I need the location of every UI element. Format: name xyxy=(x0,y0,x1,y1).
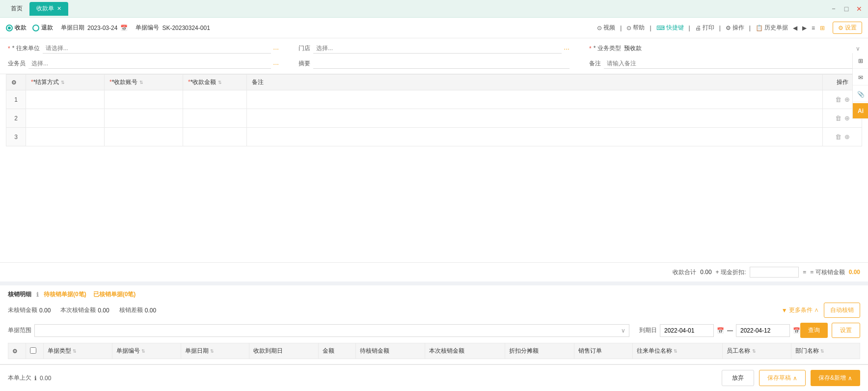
partner-field: * * 往来单位 ··· xyxy=(8,43,279,54)
note-input[interactable] xyxy=(604,58,860,69)
partner-more-icon[interactable]: ··· xyxy=(273,45,279,53)
tab-done[interactable]: 已核销单据(0笔) xyxy=(93,290,136,299)
video-circle-icon: ⊙ xyxy=(597,25,602,31)
row-1-copy-icon[interactable]: ⊕ xyxy=(844,96,850,103)
shortcut-divider: | xyxy=(650,25,651,31)
info-icon[interactable]: ℹ xyxy=(34,375,37,382)
row-2-note[interactable] xyxy=(247,109,823,128)
sort-type-icon[interactable]: ⇅ xyxy=(73,349,77,354)
recon-settings-button[interactable]: 设置 xyxy=(832,323,860,338)
row-1-amount[interactable] xyxy=(183,90,247,109)
row-1-account[interactable] xyxy=(105,90,183,109)
date-to-calendar-icon[interactable]: 📅 xyxy=(793,327,800,334)
store-more-icon[interactable]: ··· xyxy=(564,45,570,53)
maximize-button[interactable]: □ xyxy=(841,4,851,14)
salesperson-more-icon[interactable]: ··· xyxy=(273,60,279,68)
minimize-button[interactable]: － xyxy=(829,4,839,14)
row-3-delete-icon[interactable]: 🗑 xyxy=(835,133,841,140)
row-3-settlement[interactable] xyxy=(26,128,105,146)
sort-employee-icon[interactable]: ⇅ xyxy=(752,349,756,354)
video-button[interactable]: ⊙ 视频 xyxy=(597,24,615,32)
table-gear-icon[interactable]: ⚙ xyxy=(11,79,17,86)
recon-col-salesorder: 销售订单 xyxy=(574,343,632,359)
col-gear[interactable]: ⚙ xyxy=(6,75,26,90)
help-button[interactable]: ⊙ 帮助 xyxy=(626,24,645,32)
sort-settlement-icon[interactable]: ⇅ xyxy=(61,80,65,85)
sort-dept-icon[interactable]: ⇅ xyxy=(820,349,824,354)
recon-stats: 未核销金额 0.00 本次核销金额 0.00 核销差额 0.00 ▼ 更多条件 … xyxy=(8,303,860,318)
recon-col-type: 单据类型 ⇅ xyxy=(44,343,112,359)
close-button[interactable]: ✕ xyxy=(854,4,864,14)
recon-title-row: 核销明细 ℹ 待核销单据(0笔) 已核销单据(0笔) xyxy=(8,290,860,299)
store-input[interactable] xyxy=(313,43,562,54)
tab-close-icon[interactable]: ✕ xyxy=(57,5,61,12)
refund-radio[interactable]: 退款 xyxy=(32,24,53,32)
settings-button[interactable]: ⚙ 设置 xyxy=(833,22,862,34)
partner-label: * 往来单位 xyxy=(12,44,40,53)
recon-col-pending: 待核销金额 xyxy=(355,343,425,359)
panel-ai-icon[interactable]: Ai xyxy=(853,103,868,119)
recon-select-all-checkbox[interactable] xyxy=(30,347,36,354)
date-to-input[interactable] xyxy=(736,324,790,337)
auto-reconcile-button[interactable]: 自动核销 xyxy=(824,303,860,318)
discount-label: + 现金折扣: xyxy=(716,268,746,277)
recon-col-gear[interactable]: ⚙ xyxy=(8,343,26,359)
print-button[interactable]: 🖨 打印 xyxy=(695,24,714,32)
memo-input[interactable] xyxy=(313,58,570,69)
nav-grid-icon[interactable]: ⊞ xyxy=(820,25,825,31)
more-conditions-button[interactable]: ▼ 更多条件 ∧ xyxy=(782,306,819,314)
row-2-copy-icon[interactable]: ⊕ xyxy=(844,114,850,122)
discard-button[interactable]: 放弃 xyxy=(722,370,754,386)
row-1-settlement[interactable] xyxy=(26,90,105,109)
row-2-delete-icon[interactable]: 🗑 xyxy=(835,114,841,122)
nav-next-icon[interactable]: ▶ xyxy=(802,25,807,31)
right-panel: ⊞ ✉ 📎 Ai xyxy=(852,53,868,119)
row-3-copy-icon[interactable]: ⊕ xyxy=(844,133,850,140)
row-3-note[interactable] xyxy=(247,128,823,146)
receipt-radio[interactable]: 收款 xyxy=(6,24,27,32)
row-3-account[interactable] xyxy=(105,128,183,146)
save-new-button[interactable]: 保存&新增 ∧ xyxy=(811,370,860,386)
sort-date-icon[interactable]: ⇅ xyxy=(210,349,214,354)
sort-number-icon[interactable]: ⇅ xyxy=(141,349,145,354)
panel-mail-icon[interactable]: ✉ xyxy=(853,70,868,85)
discount-input[interactable] xyxy=(750,267,799,278)
row-1-note[interactable] xyxy=(247,90,823,109)
operation-button[interactable]: ⚙ 操作 xyxy=(726,24,744,32)
store-field: 门店 ··· xyxy=(298,43,570,54)
panel-clip-icon[interactable]: 📎 xyxy=(853,86,868,102)
partner-input[interactable] xyxy=(43,43,271,54)
sort-amount-icon[interactable]: ⇅ xyxy=(218,80,222,85)
toolbar: 收款 退款 单据日期 2023-03-24 📅 单据编号 SK-20230324… xyxy=(0,18,868,38)
shortcut-button[interactable]: ⌨ 快捷键 xyxy=(656,24,684,32)
biz-type-value: 预收款 xyxy=(624,44,854,53)
receipt-table-container: ⚙ **结算方式 ⇅ **收款账号 ⇅ **收款金额 ⇅ 备注 xyxy=(0,74,868,262)
save-draft-button[interactable]: 保存草稿 ∧ xyxy=(759,370,806,386)
row-2-amount[interactable] xyxy=(183,109,247,128)
recon-col-discount: 折扣分摊额 xyxy=(505,343,574,359)
row-3-amount[interactable] xyxy=(183,128,247,146)
tab-pending[interactable]: 待核销单据(0笔) xyxy=(44,290,86,299)
row-2-settlement[interactable] xyxy=(26,109,105,128)
range-select[interactable] xyxy=(34,324,629,337)
history-button[interactable]: 📋 历史单据 xyxy=(756,24,788,32)
row-1-delete-icon[interactable]: 🗑 xyxy=(835,96,841,103)
date-from-input[interactable] xyxy=(660,324,714,337)
sort-account-icon[interactable]: ⇅ xyxy=(139,80,143,85)
tab-receipt[interactable]: 收款单 ✕ xyxy=(29,2,68,16)
row-2-account[interactable] xyxy=(105,109,183,128)
date-from-calendar-icon[interactable]: 📅 xyxy=(717,327,724,334)
sort-partner-icon[interactable]: ⇅ xyxy=(674,349,678,354)
nav-prev-icon[interactable]: ◀ xyxy=(793,25,797,31)
panel-table-icon[interactable]: ⊞ xyxy=(853,53,868,69)
refund-radio-dot xyxy=(32,25,39,31)
recon-info-icon[interactable]: ℹ xyxy=(36,291,39,298)
calendar-icon[interactable]: 📅 xyxy=(120,25,128,31)
nav-list-icon[interactable]: ≡ xyxy=(812,25,815,31)
query-buttons: 查询 设置 xyxy=(800,323,860,338)
tab-home[interactable]: 首页 xyxy=(4,2,29,16)
salesperson-input[interactable] xyxy=(28,58,271,69)
query-button[interactable]: 查询 xyxy=(800,323,828,338)
biz-type-chevron-icon[interactable]: ∨ xyxy=(856,45,860,52)
date-range-field: 到期日 📅 — 📅 xyxy=(639,324,800,337)
